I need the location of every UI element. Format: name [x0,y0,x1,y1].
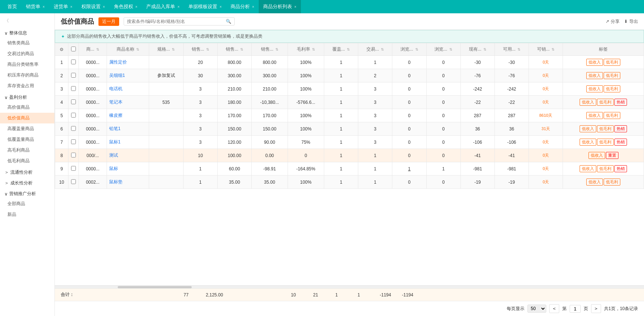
sidebar-item-new-goods[interactable]: 新品 [0,209,54,220]
sidebar-item-low-value[interactable]: 低价值商品 [0,113,54,123]
search-icon[interactable]: 🔍 [226,19,231,24]
row-checkbox[interactable] [68,109,79,122]
sidebar-item-low-margin[interactable]: 低毛利商品 [0,156,54,166]
row-name[interactable]: 吴细细1 [107,69,149,82]
sidebar-item-inventory-capital[interactable]: 库存资金占用 [0,81,54,91]
chevron-down-icon: ∨ [4,31,8,36]
row-tags: 低收入低毛利 [563,69,644,82]
close-storage-icon[interactable]: × [177,5,180,9]
page-number-input[interactable] [570,305,581,313]
row-checkbox[interactable] [68,176,79,189]
export-icon: ⬇ [624,19,628,24]
sidebar-item-high-margin[interactable]: 高毛利商品 [0,145,54,156]
nav-template[interactable]: 单据模板设置 × [184,0,226,13]
search-input[interactable] [127,19,224,24]
select-all-checkbox[interactable] [71,47,76,51]
sidebar-item-low-coverage[interactable]: 低覆盖量商品 [0,134,54,145]
row-checkbox[interactable] [68,96,79,109]
row-browse2: 0 [426,176,460,189]
row-trade: 3 [358,122,392,136]
close-template-icon[interactable]: × [219,5,222,9]
close-role-icon[interactable]: × [135,5,138,9]
row-checkbox[interactable] [68,56,79,69]
row-name[interactable]: 鼠标1 [107,136,149,149]
close-analysis-icon[interactable]: × [252,5,254,9]
row-stock1: -242 [460,82,494,96]
next-page-btn[interactable]: ＞ [591,304,601,313]
settings-icon[interactable]: ⚙ [60,47,64,52]
sidebar-item-high-coverage[interactable]: 高覆盖量商品 [0,123,54,134]
row-cov: 1 [324,82,358,96]
prev-page-btn[interactable]: ＜ [549,304,559,313]
row-name[interactable]: 测试 [107,149,149,162]
row-name[interactable]: 鼠标 [107,162,149,176]
row-name[interactable]: 笔记本 [107,96,149,109]
row-name[interactable]: 橡皮擦 [107,109,149,122]
row-cov: 1 [324,149,358,162]
nav-sales[interactable]: 销货单 × [21,0,49,13]
close-sales-icon[interactable]: × [43,5,45,9]
nav-purchase[interactable]: 进货单 × [49,0,77,13]
row-name[interactable]: 铅笔1 [107,122,149,136]
close-purchase-icon[interactable]: × [70,5,73,9]
col-s1: 销售... ⇅ [183,43,217,56]
row-num: 2 [55,69,68,82]
row-margin: 100% [288,122,324,136]
sidebar-item-high-value[interactable]: 高价值商品 [0,102,54,113]
row-checkbox[interactable] [68,136,79,149]
share-btn[interactable]: ↗ 分享 [606,18,620,25]
row-checkbox[interactable] [68,122,79,136]
sidebar-item-category-sales[interactable]: 商品分类销售率 [0,59,54,70]
row-stock1: -19 [460,176,494,189]
tag: 低毛利 [604,59,620,66]
nav-analysis-list[interactable]: 商品分析列表 × [259,0,301,13]
row-margin: 100% [288,82,324,96]
row-days: 0天 [529,162,563,176]
row-checkbox[interactable] [68,82,79,96]
row-code: 0000... [79,69,107,82]
sidebar-item-sales-goods[interactable]: 销售类商品 [0,38,54,48]
table-container[interactable]: ⚙ 商... ⇅ 商品名称 ⇅ 规格... ⇅ 销售... ⇅ 销售... ⇅ … [55,43,644,285]
row-checkbox[interactable] [68,162,79,176]
export-btn[interactable]: ⬇ 导出 [624,18,638,25]
col-tags: 标签 [563,43,644,56]
row-name[interactable]: 电话机 [107,82,149,96]
sidebar-item-all-goods[interactable]: 全部商品 [0,198,54,209]
col-trade: 交易... ⇅ [358,43,392,56]
close-permission-icon[interactable]: × [103,5,105,9]
row-num: 1 [55,56,68,69]
sidebar-collapse-btn[interactable]: 《 [3,16,10,26]
scrollbar-area[interactable] [55,285,644,288]
nav-permission[interactable]: 权限设置 × [77,0,110,13]
chevron-down-icon2: ∨ [4,95,8,100]
row-stock2: -106 [494,136,529,149]
row-stock1: -22 [460,96,494,109]
total-info: 共1页，10条记录 [604,306,638,312]
row-checkbox[interactable] [68,69,79,82]
tag: 低毛利 [597,139,614,146]
sidebar-item-backlog[interactable]: 积压库存的商品 [0,70,54,81]
row-browse1[interactable]: 1 [392,162,426,176]
nav-role[interactable]: 角色授权 × [110,0,142,13]
row-spec [149,162,183,176]
row-s2: 120.00 [217,136,251,149]
chevron-right-icon: ＞ [4,169,9,176]
row-spec: 535 [149,96,183,109]
close-analysis-list-icon[interactable]: × [294,5,296,9]
row-s3: 800.00 [252,56,288,69]
footer-s1: 77 [184,292,206,298]
row-name[interactable]: 鼠标垫 [107,176,149,189]
alert-bar: ✦ 这部分商品的销售收入大幅低于商品平均销售收入，价值不高，可考虑调整营销策略，… [55,30,644,43]
row-s3: 150.00 [252,122,288,136]
per-page-select[interactable]: 50 20 100 [527,305,546,313]
sidebar-item-traded-goods[interactable]: 交易过的商品 [0,48,54,59]
filter-recent-month-btn[interactable]: 近一月 [98,17,119,26]
row-name[interactable]: 属性定价 [107,56,149,69]
nav-product-analysis[interactable]: 商品分析 × [226,0,259,13]
table-row: 8 000/... 测试 10 100.00 0.00 0 1 1 0 0 -4… [55,149,644,162]
row-checkbox[interactable] [68,149,79,162]
nav-product-storage[interactable]: 产成品入库单 × [142,0,184,13]
nav-home[interactable]: 首页 [3,0,21,13]
row-browse2: 0 [426,109,460,122]
row-s3: 170.00 [252,109,288,122]
